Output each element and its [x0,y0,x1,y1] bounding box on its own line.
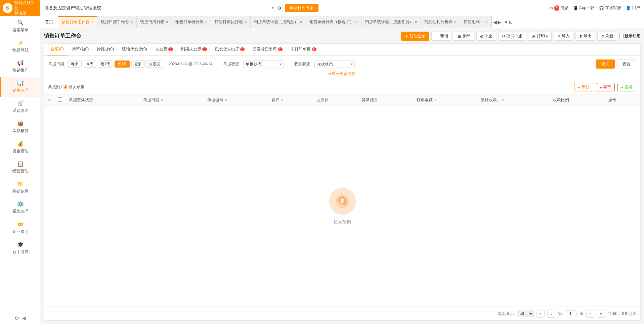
tab-close-reconcile[interactable]: ✕ [166,20,168,24]
tab-close-all-icon[interactable]: ✕ [504,20,508,25]
tab-exec[interactable]: 销售订单执行表 ✕ [211,16,251,28]
tab-home[interactable]: 首页 [40,16,58,28]
ship-btn[interactable]: ● 发货 [617,83,636,91]
tab-next-icon[interactable]: ▶ [498,19,501,25]
tab-sales-margin[interactable]: 销售毛利… ✕ [460,16,491,28]
tab-close-staff[interactable]: ✕ [415,20,417,24]
tab-close-sales-margin[interactable]: ✕ [485,20,488,24]
export-btn[interactable]: ⬆ 导出 [575,32,595,41]
sidebar-item-search[interactable]: 🔍 搜索菜单 [0,16,40,36]
sidebar-item-system[interactable]: ⚙️ 系统管理 [0,198,40,218]
page-last-btn[interactable]: » [597,310,605,318]
per-page-select[interactable]: 50 100 200 [517,310,534,317]
refresh-btn[interactable]: ↻ 刷新 [597,32,617,41]
user-btn[interactable]: 👤 用户 [626,5,640,11]
delete-btn[interactable]: 🗑 删除 [454,32,474,41]
collapse-icon[interactable]: ◀ [22,315,26,321]
col-settings[interactable]: ⚙ [44,94,54,106]
date-today-btn[interactable]: 今天 [83,60,96,68]
sub-tab-all[interactable]: 全部(0) [47,44,68,55]
sidebar-item-inventory[interactable]: 📦 库存核算 [0,117,40,137]
sidebar-item-guide[interactable]: 🎓 新手引导 [0,238,40,258]
tab-maximize-icon[interactable]: ⊡ [509,20,512,25]
tab-close-stats[interactable]: ✕ [205,20,208,24]
tab-reconcile[interactable]: 钱货日清对账 ✕ [137,16,172,28]
app-download-btn[interactable]: 📱 App下载 [573,5,594,11]
cancel-stop-btn[interactable]: ↺ 取消中止 [498,32,526,41]
date-yesterday-btn[interactable]: 昨天 [68,60,82,68]
sidebar-item-marketing[interactable]: 📢 营销推广 [0,56,40,77]
tab-margin[interactable]: 商品毛利分析表 ✕ [421,16,460,28]
sub-tab-not-shipped[interactable]: 未发货 0 [151,44,177,55]
smart-create-btn[interactable]: ★ 智能生单 [401,32,429,41]
show-detail-checkbox[interactable] [619,34,624,38]
status-select[interactable]: 单据状态 [243,60,284,68]
col-amount[interactable]: 订单金额 ⇅ [413,94,477,106]
tab-close-margin[interactable]: ✕ [454,20,457,24]
sidebar-item-sales[interactable]: 📊 销售管理 [0,77,40,97]
tab-close-customer[interactable]: ✕ [355,20,358,24]
online-service-btn[interactable]: 🎧 在线客服 [599,5,621,11]
message-btn[interactable]: ✉ 6 消息 [550,5,568,11]
page-prev-btn[interactable]: ‹ [547,310,555,318]
sub-tab-shipped-out[interactable]: 已发货已出库 0 [249,44,287,55]
settings-icon[interactable]: ⚙ [14,315,19,321]
sub-tab-overdue-ship[interactable]: 到期未发货 0 [177,44,211,55]
col-date[interactable]: 单据日期 ⇅ [140,94,204,106]
col-overall-status: 单据整体状态 [66,94,140,106]
select-all-checkbox[interactable] [58,97,62,102]
add-btn[interactable]: ＋ 新增 [431,32,452,41]
page-next-btn[interactable]: › [586,310,594,318]
tab-stats[interactable]: 销售订单统计表 ✕ [172,16,211,28]
import-btn[interactable]: ⬇ 导入 [554,32,573,41]
setting-btn[interactable]: 设置 [617,59,636,69]
sort-date-icon[interactable]: ⇅ [161,98,163,102]
tab-staff-stats[interactable]: 销货单统计表（按业务员） ✕ [361,16,421,28]
sidebar-item-finance[interactable]: 💰 资金管理 [0,137,40,157]
date-more-btn[interactable]: 更多 [131,60,145,68]
chevron-down-icon[interactable]: ▾ [272,6,274,10]
review-btn[interactable]: ● 审核 [574,83,593,91]
trial-btn[interactable]: 体验行业方案 [285,4,318,12]
col-checkbox [54,94,66,106]
sub-tab-shipped-not-out[interactable]: 已发货未出库 0 [211,44,249,55]
show-detail-label[interactable]: 显示明细 [619,33,641,39]
sort-collected-icon[interactable]: ⇅ [502,98,504,102]
sort-amount-icon[interactable]: ⇅ [434,98,437,102]
sidebar-item-purchase[interactable]: 🛒 采购管理 [0,97,40,117]
print-btn[interactable]: 🖨 打印 ▾ [528,32,552,41]
col-collected[interactable]: 累计收款... ⇅ [477,94,550,106]
page-first-btn[interactable]: « [536,310,545,318]
tab-close-daily[interactable]: ✕ [130,20,133,24]
sidebar-item-basic[interactable]: 📁 基础信息 [0,177,40,198]
sidebar-item-operation[interactable]: 📋 经营管理 [0,157,40,177]
col-customer[interactable]: 客户 ⇅ [268,94,313,106]
tab-sales-workbench[interactable]: 销售订单工作台 ✕ [58,16,97,28]
date-1month-btn[interactable]: 近1月 [115,60,130,68]
tab-prev-icon[interactable]: ◀ [493,19,497,25]
query-btn[interactable]: 查询 [596,59,615,69]
date-7days-btn[interactable]: 近7天 [98,60,113,68]
stop-btn[interactable]: ⊘ 中止 [476,32,496,41]
date-custom-btn[interactable]: 自定义 [146,60,163,68]
payment-select[interactable]: 收款状态 [314,60,355,68]
page-input[interactable] [565,310,577,317]
sub-tab-not-printed[interactable]: 未打印单据 0 [287,44,320,55]
tab-close-exec[interactable]: ✕ [244,20,247,24]
tab-product-stats[interactable]: 销货单统计表（按商品） ✕ [251,16,306,28]
tab-close-sales[interactable]: ✕ [91,21,94,24]
sidebar-item-quicknav[interactable]: ⚡ 快捷导航 [0,36,40,56]
sub-tab-wangpu-ship[interactable]: 旺铺待发货(0) [118,44,151,55]
col-number[interactable]: 单据编号 ⇅ [204,94,268,106]
sidebar-item-enterprise[interactable]: 🤝 企业协同 [0,218,40,238]
tab-customer-stats[interactable]: 销货单统计表（按客户） ✕ [306,16,361,28]
settings-gear-icon[interactable]: ⚙ [277,5,282,11]
tab-close-product[interactable]: ✕ [300,20,302,24]
sub-tab-pending-pick[interactable]: 待拣货(0) [93,44,118,55]
expand-more-btn[interactable]: ▾ 展开更多条件 [329,71,356,77]
void-btn[interactable]: ● 弃审 [596,83,615,91]
sort-customer-icon[interactable]: ⇅ [281,98,284,102]
tab-daily-clear[interactable]: 钱货日清工作台 ✕ [97,16,137,28]
sort-number-icon[interactable]: ⇅ [225,98,227,102]
sub-tab-pending-review[interactable]: 待审核(0) [68,44,93,55]
